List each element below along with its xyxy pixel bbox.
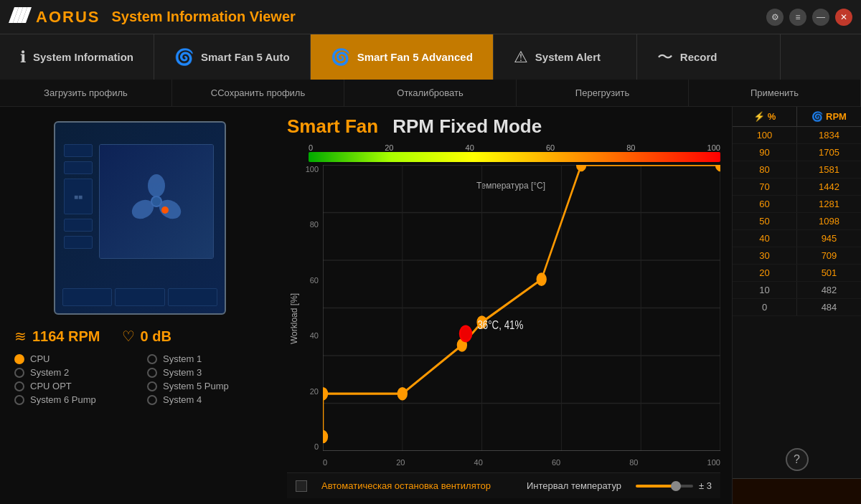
fan-svg bbox=[128, 173, 185, 230]
temperature-color-bar bbox=[309, 152, 720, 162]
svg-point-9 bbox=[161, 206, 169, 214]
logo-text: AORUS bbox=[36, 8, 100, 27]
sensor-label-system6pump: System 6 Pump bbox=[30, 394, 96, 405]
rpm-stat: ≋ 1164 RPM bbox=[14, 328, 100, 345]
sensor-label-system5pump: System 5 Pump bbox=[163, 381, 229, 391]
rpm-row-80: 80 1581 bbox=[733, 161, 861, 179]
tab-smart-fan-advanced-label: Smart Fan 5 Advanced bbox=[357, 51, 473, 63]
sensor-label-system4: System 4 bbox=[163, 394, 202, 405]
reset-button[interactable]: Перегрузить bbox=[517, 80, 689, 106]
sensor-cpu-opt[interactable]: CPU OPT bbox=[14, 381, 133, 391]
percent-cell-80: 80 bbox=[733, 161, 797, 178]
drive-slot-5 bbox=[64, 236, 93, 249]
pm-label: ± 3 bbox=[699, 480, 712, 491]
chart-title-white: RPM Fixed Mode bbox=[392, 115, 542, 138]
rpm-cell-100: 1834 bbox=[797, 127, 861, 143]
auto-stop-label: Автоматическая остановка вентилятор bbox=[321, 480, 491, 491]
right-panel: ⚡ % 🌀 RPM 100 1834 90 1705 80 1581 bbox=[732, 107, 861, 504]
rpm-row-50: 50 1098 bbox=[733, 213, 861, 230]
svg-point-24 bbox=[323, 388, 327, 399]
rpm-row-20: 20 501 bbox=[733, 265, 861, 282]
sensor-system3[interactable]: System 3 bbox=[147, 367, 265, 378]
rpm-row-90: 90 1705 bbox=[733, 144, 861, 161]
app-header: AORUS System Information Viewer ⚙ ≡ — ✕ bbox=[0, 0, 861, 34]
y-label-80: 80 bbox=[310, 220, 319, 229]
db-stat: ♡ 0 dB bbox=[122, 328, 171, 345]
rpm-header-label: RPM bbox=[826, 111, 847, 122]
rpm-value: 1164 RPM bbox=[32, 328, 100, 345]
percent-cell-60: 60 bbox=[733, 196, 797, 212]
load-profile-button[interactable]: Загрузить профиль bbox=[0, 80, 172, 106]
y-label-40: 40 bbox=[310, 331, 319, 340]
apply-button[interactable]: Применить bbox=[689, 80, 861, 106]
percent-cell-20: 20 bbox=[733, 265, 797, 281]
minimize-button[interactable]: — bbox=[812, 9, 829, 26]
pc-drive-bays: ■■ bbox=[64, 144, 96, 253]
sensor-system6pump[interactable]: System 6 Pump bbox=[14, 394, 133, 405]
percent-cell-50: 50 bbox=[733, 213, 797, 229]
percent-cell-30: 30 bbox=[733, 247, 797, 264]
sensor-system2[interactable]: System 2 bbox=[14, 367, 133, 378]
chart-title-orange: Smart Fan bbox=[287, 115, 378, 138]
sensor-label-system1: System 1 bbox=[163, 353, 202, 364]
chart-title: Smart Fan RPM Fixed Mode bbox=[287, 115, 720, 138]
rpm-icon: ≋ bbox=[14, 328, 27, 345]
fan-chart-svg[interactable]: 36°C, 41% bbox=[323, 165, 720, 451]
sensor-system1[interactable]: System 1 bbox=[147, 353, 265, 364]
x-label-40: 40 bbox=[474, 458, 483, 467]
rpm-row-60: 60 1281 bbox=[733, 196, 861, 213]
percent-col-header: ⚡ % bbox=[733, 107, 797, 126]
rpm-cell-50: 1098 bbox=[797, 213, 861, 229]
slider-thumb bbox=[671, 481, 681, 491]
percent-cell-70: 70 bbox=[733, 179, 797, 195]
close-button[interactable]: ✕ bbox=[835, 9, 852, 26]
x-label-80: 80 bbox=[629, 458, 638, 467]
rpm-row-70: 70 1442 bbox=[733, 179, 861, 196]
svg-point-23 bbox=[323, 431, 327, 442]
logo-icon bbox=[9, 7, 32, 27]
svg-point-29 bbox=[537, 274, 546, 285]
rpm-cell-80: 1581 bbox=[797, 161, 861, 178]
settings-button[interactable]: ⚙ bbox=[766, 9, 784, 26]
save-profile-button[interactable]: ССохранить профиль bbox=[172, 80, 344, 106]
tab-record[interactable]: 〜 Record bbox=[637, 34, 781, 80]
y-axis-label: Workload [%] bbox=[287, 165, 301, 472]
percent-header-label: % bbox=[768, 111, 776, 122]
sensor-cpu[interactable]: CPU bbox=[14, 353, 133, 364]
sensor-system4[interactable]: System 4 bbox=[147, 394, 265, 405]
pc-bottom-slots bbox=[62, 288, 217, 306]
interval-label: Интервал температур bbox=[527, 480, 621, 491]
menu-button[interactable]: ≡ bbox=[789, 9, 806, 26]
right-bottom-bar bbox=[733, 478, 861, 504]
svg-text:36°C, 41%: 36°C, 41% bbox=[477, 318, 523, 331]
sensor-system5pump[interactable]: System 5 Pump bbox=[147, 381, 265, 391]
smart-fan-auto-icon: 🌀 bbox=[174, 48, 194, 67]
rpm-cell-20: 501 bbox=[797, 265, 861, 281]
tab-system-alert[interactable]: ⚠ System Alert bbox=[494, 34, 637, 80]
drive-slot-1 bbox=[64, 144, 93, 157]
nav-tabs: ℹ System Information 🌀 Smart Fan 5 Auto … bbox=[0, 34, 861, 80]
pc-screen bbox=[99, 144, 214, 259]
sensor-dot-system3 bbox=[147, 368, 157, 378]
tab-smart-fan-auto[interactable]: 🌀 Smart Fan 5 Auto bbox=[154, 34, 311, 80]
sensor-list: CPU System 1 System 2 System 3 CPU OPT S… bbox=[7, 353, 273, 405]
drive-slot-3: ■■ bbox=[64, 179, 93, 214]
svg-point-27 bbox=[460, 326, 471, 341]
rpm-row-30: 30 709 bbox=[733, 247, 861, 265]
calibrate-button[interactable]: Откалибровать bbox=[344, 80, 517, 106]
sensor-label-cpu: CPU bbox=[30, 353, 50, 364]
help-button[interactable]: ? bbox=[786, 448, 809, 471]
bottom-bar: Автоматическая остановка вентилятор Инте… bbox=[287, 472, 720, 498]
sensor-dot-system4 bbox=[147, 395, 157, 405]
percent-cell-40: 40 bbox=[733, 230, 797, 247]
pc-illustration: ■■ bbox=[39, 114, 240, 322]
percent-cell-100: 100 bbox=[733, 127, 797, 143]
auto-stop-checkbox[interactable] bbox=[296, 480, 307, 492]
tab-system-info[interactable]: ℹ System Information bbox=[0, 34, 154, 80]
chart-wrapper: Workload [%] 0 20 40 60 80 100 bbox=[287, 165, 720, 472]
svg-point-25 bbox=[398, 388, 407, 399]
tab-smart-fan-advanced[interactable]: 🌀 Smart Fan 5 Advanced bbox=[311, 34, 494, 80]
pc-screen-inner bbox=[100, 145, 213, 258]
x-label-60: 60 bbox=[552, 458, 560, 467]
temperature-slider[interactable] bbox=[636, 485, 693, 488]
